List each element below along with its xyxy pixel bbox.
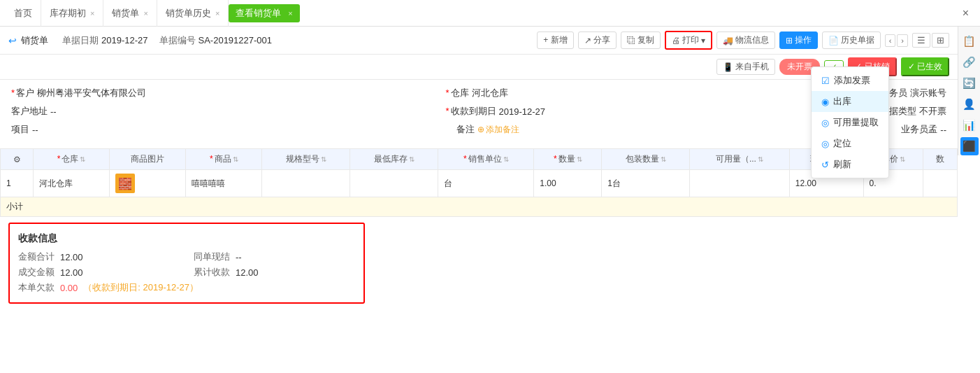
print-button[interactable]: 🖨 打印 ▾	[666, 32, 711, 48]
locate-label: 定位	[833, 137, 851, 150]
settle-label: 同单现结	[194, 251, 230, 263]
phone-button[interactable]: 📱 来自手机	[716, 59, 775, 75]
print-dropdown-icon: ▾	[701, 36, 705, 45]
history-button[interactable]: 📄 历史单据	[822, 31, 881, 49]
operate-button[interactable]: ⊞ 操作	[779, 31, 818, 49]
dropdown-outbound[interactable]: ◉ 出库	[812, 91, 888, 112]
bottom-info-section: 收款信息 金额合计 12.00 同单现结 -- 成交金额 12.00 累计收款 …	[8, 223, 365, 304]
print-icon: 🖨	[672, 36, 680, 45]
ticket-type-value: 不开票	[919, 105, 946, 118]
status-label: 未开票	[787, 61, 812, 73]
page-container: 首页 库存期初 × 销货单 × 销货单历史 × 查看销货单 × × ↩ 销货单	[0, 0, 980, 373]
doc-date-value: 2019-12-27	[101, 35, 148, 45]
next-arrow[interactable]: ›	[897, 34, 908, 47]
col-amount: 数	[923, 149, 958, 170]
dropdown-refresh[interactable]: ↺ 刷新	[812, 154, 888, 175]
tab-sales-close[interactable]: ×	[143, 9, 147, 17]
product-image: 🧱	[115, 174, 135, 193]
add-invoice-label: 添加发票	[834, 74, 870, 87]
payment-date-label: 收款到期日	[446, 105, 496, 118]
add-note-icon: ⊕	[477, 125, 484, 134]
doc-no-label: 单据编号	[159, 34, 196, 47]
available-icon: ◎	[821, 118, 829, 128]
effective-icon: ✓	[908, 62, 915, 71]
doc-icon: ↩	[8, 35, 17, 46]
dropdown-available[interactable]: ◎ 可用量提取	[812, 112, 888, 133]
salesman-value: 演示账号	[910, 87, 946, 99]
info-row-settle: 同单现结 --	[194, 251, 355, 263]
tab-inventory[interactable]: 库存期初 ×	[41, 0, 103, 27]
settings-icon[interactable]: ⚙	[13, 155, 21, 164]
cell-no: 1	[1, 170, 34, 197]
cell-package-qty: 1台	[602, 170, 690, 197]
sidebar-icon-2[interactable]: 🔗	[960, 53, 979, 71]
project-field: 项目 --	[11, 123, 442, 136]
cell-warehouse: 河北仓库	[34, 170, 110, 197]
doc-no-field: 单据编号 SA-20191227-001	[159, 34, 273, 47]
dropdown-locate[interactable]: ◎ 定位	[812, 133, 888, 154]
tab-view: 查看销货单 ×	[229, 0, 299, 27]
tab-history-close[interactable]: ×	[215, 9, 219, 17]
sidebar-icon-1[interactable]: 📋	[960, 32, 979, 50]
doc-date-field: 单据日期 2019-12-27	[62, 34, 148, 47]
deal-label: 成交金额	[18, 266, 55, 279]
copy-button[interactable]: ⿻ 复制	[621, 31, 661, 49]
global-close-button[interactable]: ×	[957, 7, 974, 20]
add-note-button[interactable]: ⊕ 添加备注	[477, 124, 519, 136]
share-button[interactable]: ↗ 分享	[578, 31, 617, 49]
payment-date-field: 收款到期日 2019-12-27	[446, 105, 867, 118]
biz-salesman-field: 业务员孟 --	[901, 123, 946, 136]
cell-amount	[923, 170, 958, 197]
owe-label: 本单欠款	[18, 281, 55, 294]
total-value: 12.00	[60, 252, 83, 262]
doc-no-value: SA-20191227-001	[199, 35, 273, 45]
new-button[interactable]: + 新增	[537, 31, 573, 49]
phone-label: 来自手机	[735, 61, 769, 73]
sidebar-icon-6[interactable]: ⬛	[960, 137, 979, 155]
effective-status-button[interactable]: ✓ 已生效	[901, 57, 949, 76]
effective-label: 已生效	[917, 62, 942, 71]
settle-value: --	[236, 252, 242, 262]
biz-salesman-label: 业务员孟	[901, 123, 937, 136]
warehouse-label: 仓库	[446, 87, 469, 99]
address-value: --	[50, 106, 57, 117]
ticket-type-field: 票据类型 不开票	[880, 105, 946, 118]
sidebar-icon-5[interactable]: 📊	[960, 116, 979, 134]
address-field: 客户地址 --	[11, 105, 432, 118]
refresh-label: 刷新	[833, 158, 851, 171]
tab-inventory-close[interactable]: ×	[90, 9, 94, 17]
tab-history[interactable]: 销货单历史 ×	[157, 0, 229, 27]
form-row-3: 项目 -- 备注 ⊕ 添加备注 业务员孟 --	[11, 123, 946, 136]
info-row-total: 金额合计 12.00	[18, 251, 180, 263]
tab-home[interactable]: 首页	[6, 0, 41, 27]
tab-sales[interactable]: 销货单 ×	[103, 0, 157, 27]
tab-home-label: 首页	[14, 7, 32, 20]
col-available: 可用量（...⇅	[690, 149, 790, 170]
doc-date-label: 单据日期	[62, 34, 99, 47]
prev-arrow[interactable]: ‹	[885, 34, 896, 47]
add-invoice-icon: ☑	[821, 76, 830, 86]
copy-icon: ⿻	[627, 36, 635, 45]
cell-available	[690, 170, 790, 197]
total-label: 金额合计	[18, 251, 55, 263]
tab-bar: 首页 库存期初 × 销货单 × 销货单历史 × 查看销货单 × ×	[0, 0, 980, 27]
outbound-icon: ◉	[821, 97, 829, 107]
sidebar-icon-3[interactable]: 🔄	[960, 74, 979, 92]
logistics-label: 物流信息	[735, 34, 769, 46]
biz-salesman-value: --	[940, 125, 946, 135]
owe-note: （收款到期日: 2019-12-27）	[83, 281, 199, 294]
list-view-button[interactable]: ☰	[912, 33, 930, 48]
tab-view-highlight[interactable]: 查看销货单 ×	[229, 4, 299, 22]
history-icon: 📄	[828, 36, 839, 45]
col-product: *商品⇅	[186, 149, 262, 170]
tab-view-close[interactable]: ×	[288, 9, 292, 17]
phone-icon: 📱	[723, 62, 733, 72]
grid-view-button[interactable]: ⊞	[932, 33, 949, 48]
logistics-button[interactable]: 🚚 物流信息	[716, 31, 775, 49]
dropdown-add-invoice[interactable]: ☑ 添加发票	[812, 70, 888, 91]
locate-icon: ◎	[821, 139, 829, 149]
cell-spec	[262, 170, 350, 197]
add-note-label: 添加备注	[486, 124, 519, 136]
customer-label: 客户	[11, 87, 34, 99]
sidebar-icon-4[interactable]: 👤	[960, 95, 979, 113]
